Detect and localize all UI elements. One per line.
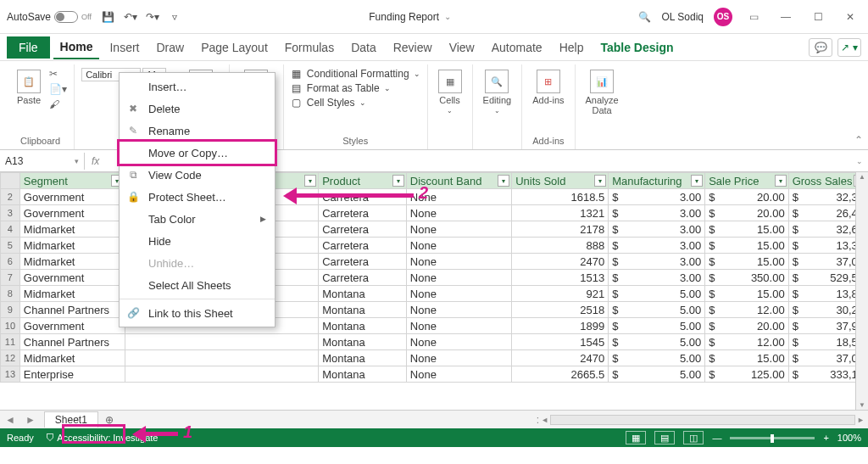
cell-styles-button[interactable]: ▢Cell Styles ⌄ — [291, 97, 420, 109]
analyze-data-button[interactable]: 📊Analyze Data — [582, 68, 622, 117]
menu-select-all-sheets[interactable]: Select All Sheets — [120, 274, 275, 296]
filter-icon[interactable]: ▾ — [691, 175, 703, 187]
zoom-slider[interactable] — [730, 437, 815, 439]
addins-icon: ⊞ — [537, 70, 560, 93]
filter-icon[interactable]: ▾ — [304, 175, 316, 187]
ribbon-mode-icon[interactable]: ▭ — [743, 6, 765, 28]
tab-insert[interactable]: Insert — [103, 36, 146, 59]
callout-arrow-2 — [287, 193, 414, 198]
close-icon[interactable]: ✕ — [839, 6, 861, 28]
fx-icon[interactable]: fx — [92, 155, 99, 167]
hscroll-right-icon[interactable]: ► — [857, 416, 865, 424]
menu-hide[interactable]: Hide — [120, 230, 275, 252]
tab-table-design[interactable]: Table Design — [593, 36, 680, 59]
conditional-formatting-button[interactable]: ▦Conditional Formatting ⌄ — [291, 68, 420, 80]
name-box[interactable]: A13▾ — [0, 153, 85, 170]
tab-page-layout[interactable]: Page Layout — [194, 36, 275, 59]
tab-view[interactable]: View — [442, 36, 481, 59]
tab-automate[interactable]: Automate — [485, 36, 549, 59]
menu-view-code[interactable]: ⧉View Code — [120, 164, 275, 186]
tab-data[interactable]: Data — [344, 36, 383, 59]
sheet-nav-next-icon[interactable]: ► — [20, 414, 41, 426]
table-icon: ▤ — [291, 82, 303, 94]
col-price[interactable]: Sale Price▾ — [705, 173, 788, 189]
collapse-ribbon-icon[interactable]: ⌃ — [854, 134, 863, 146]
menu-link-to-sheet[interactable]: 🔗Link to this Sheet — [120, 302, 275, 324]
table-row[interactable]: 11Channel PartnersMontanaNone1545$5.00$1… — [1, 334, 868, 350]
editing-button[interactable]: 🔍Editing⌄ — [480, 68, 515, 116]
callout-arrow-1 — [136, 432, 178, 436]
horizontal-scrollbar[interactable] — [550, 415, 855, 425]
callout-number-1: 1 — [183, 422, 192, 442]
select-all-corner[interactable] — [1, 173, 20, 189]
document-title[interactable]: Funding Report — [369, 11, 439, 23]
tab-home[interactable]: Home — [53, 36, 100, 59]
zoom-level[interactable]: 100% — [837, 433, 861, 443]
tab-formulas[interactable]: Formulas — [278, 36, 341, 59]
lock-icon: 🔒 — [126, 190, 140, 204]
col-units[interactable]: Units Sold▾ — [512, 173, 609, 189]
addins-group-label: Add-ins — [532, 134, 564, 149]
minimize-icon[interactable]: — — [775, 6, 797, 28]
add-sheet-icon[interactable]: ⊕ — [98, 414, 120, 426]
clipboard-group-label: Clipboard — [20, 134, 60, 149]
autosave-toggle[interactable]: AutoSave Off — [7, 11, 92, 23]
col-product[interactable]: Product▾ — [319, 173, 407, 189]
col-mfg[interactable]: Manufacturing▾ — [609, 173, 705, 189]
filter-icon[interactable]: ▾ — [392, 175, 404, 187]
link-icon: 🔗 — [126, 306, 140, 320]
menu-tab-color[interactable]: Tab Color▶ — [120, 208, 275, 230]
chevron-down-icon[interactable]: ⌄ — [444, 12, 451, 21]
search-icon[interactable]: 🔍 — [638, 11, 651, 23]
qat-dropdown-icon[interactable]: ▿ — [168, 10, 181, 24]
user-name: OL Sodiq — [661, 11, 704, 23]
cell-styles-icon: ▢ — [291, 97, 303, 109]
table-row[interactable]: 13EnterpriseMontanaNone2665.5$5.00$125.0… — [1, 366, 868, 383]
menu-delete[interactable]: ✖Delete — [120, 98, 275, 120]
col-segment[interactable]: Segment▾ — [19, 173, 125, 189]
comments-button[interactable]: 💬 — [809, 38, 832, 57]
format-painter-icon[interactable]: 🖌 — [49, 98, 67, 110]
page-break-view-icon[interactable]: ◫ — [683, 431, 704, 444]
cond-fmt-icon: ▦ — [291, 68, 303, 80]
normal-view-icon[interactable]: ▦ — [626, 431, 646, 444]
menu-insert[interactable]: Insert… — [120, 75, 275, 98]
avatar[interactable]: OS — [714, 8, 732, 26]
ribbon-tabs: File Home Insert Draw Page Layout Formul… — [0, 34, 868, 61]
tab-help[interactable]: Help — [553, 36, 591, 59]
zoom-in-icon[interactable]: + — [823, 433, 828, 443]
cells-icon: ▦ — [438, 70, 462, 93]
filter-icon[interactable]: ▾ — [498, 175, 509, 187]
sheet-nav-prev-icon[interactable]: ◄ — [0, 414, 20, 426]
undo-icon[interactable]: ↶▾ — [124, 10, 137, 24]
paste-button[interactable]: 📋 Paste — [14, 68, 44, 107]
share-button[interactable]: ↗ ▾ — [837, 38, 861, 57]
sheet-tab-sheet1[interactable]: Sheet1 — [44, 411, 98, 428]
filter-icon[interactable]: ▾ — [594, 175, 606, 187]
tab-draw[interactable]: Draw — [149, 36, 191, 59]
tab-file[interactable]: File — [7, 36, 50, 59]
editing-icon: 🔍 — [485, 70, 509, 93]
format-as-table-button[interactable]: ▤Format as Table ⌄ — [291, 82, 420, 94]
copy-icon[interactable]: 📄▾ — [49, 83, 67, 95]
save-icon[interactable]: 💾 — [102, 10, 115, 24]
tab-review[interactable]: Review — [387, 36, 439, 59]
hscroll-left-icon[interactable]: ◄ — [541, 416, 548, 424]
addins-button[interactable]: ⊞Add-ins — [529, 68, 567, 107]
maximize-icon[interactable]: ☐ — [807, 6, 829, 28]
table-row[interactable]: 12MidmarketMontanaNone2470$5.00$15.00$37… — [1, 350, 868, 366]
page-layout-view-icon[interactable]: ▤ — [654, 431, 675, 444]
menu-protect-sheet[interactable]: 🔒Protect Sheet… — [120, 186, 275, 208]
toggle-off-icon — [54, 11, 78, 23]
chevron-right-icon: ▶ — [260, 215, 266, 223]
expand-formula-icon[interactable]: ⌄ — [851, 157, 868, 165]
cut-icon[interactable]: ✂ — [49, 68, 67, 80]
redo-icon[interactable]: ↷▾ — [146, 10, 159, 24]
delete-icon: ✖ — [126, 102, 140, 115]
vertical-scrollbar[interactable] — [855, 172, 868, 410]
zoom-out-icon[interactable]: — — [712, 433, 721, 443]
cells-button[interactable]: ▦Cells⌄ — [435, 68, 465, 116]
title-bar: AutoSave Off 💾 ↶▾ ↷▾ ▿ Funding Report ⌄ … — [0, 0, 868, 34]
menu-move-or-copy[interactable]: Move or Copy… — [117, 139, 277, 166]
filter-icon[interactable]: ▾ — [775, 175, 787, 187]
